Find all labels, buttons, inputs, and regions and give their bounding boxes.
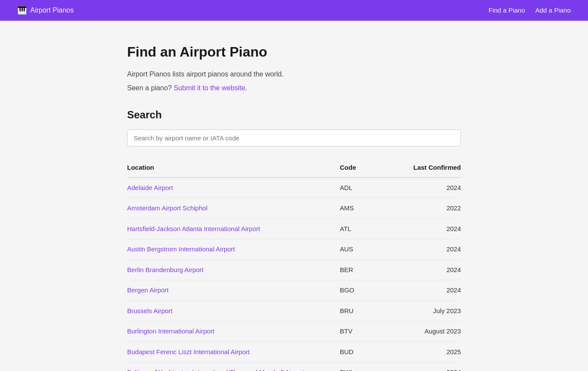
add-piano-link[interactable]: Add a Piano [535,6,571,16]
nav-brand[interactable]: 🎹 Airport Pianos [17,5,74,16]
cell-location: Budapest Ferenc Liszt International Airp… [127,342,340,362]
airport-link[interactable]: Berlin Brandenburg Airport [127,266,204,273]
airport-link[interactable]: Burlington International Airport [127,327,214,335]
cell-code: AUS [340,239,383,260]
airport-link[interactable]: Hartsfield-Jackson Atlanta International… [127,225,260,232]
cell-location: Adelaide Airport [127,178,340,198]
airport-table: Location Code Last Confirmed Adelaide Ai… [127,159,461,371]
nav-links: Find a Piano Add a Piano [489,6,571,16]
cell-code: BGO [340,280,383,301]
cell-confirmed: 2024 [383,362,461,371]
table-row: Berlin Brandenburg AirportBER2024 [127,260,461,280]
search-input[interactable] [127,130,461,146]
airport-link[interactable]: Amsterdam Airport Schiphol [127,204,208,212]
cell-location: Bergen Airport [127,280,340,301]
cell-code: AMS [340,198,383,219]
nav-brand-label: Airport Pianos [30,5,74,16]
col-header-code: Code [340,159,383,178]
cell-code: BTV [340,321,383,342]
cell-confirmed: 2024 [383,219,461,239]
table-header-row: Location Code Last Confirmed [127,159,461,178]
cell-location: Baltimore/Washington International Thurg… [127,362,340,371]
cell-location: Burlington International Airport [127,321,340,342]
col-header-confirmed: Last Confirmed [383,159,461,178]
table-row: Adelaide AirportADL2024 [127,178,461,198]
main-content: Find an Airport Piano Airport Pianos lis… [117,21,471,371]
submit-period: . [245,84,247,92]
cell-location: Hartsfield-Jackson Atlanta International… [127,219,340,239]
airport-link[interactable]: Baltimore/Washington International Thurg… [127,368,304,371]
find-piano-link[interactable]: Find a Piano [489,6,525,16]
submit-line: Seen a piano? Submit it to the website. [127,83,461,93]
airport-link[interactable]: Adelaide Airport [127,184,173,191]
cell-location: Austin Bergstrom International Airport [127,239,340,260]
cell-code: BER [340,260,383,280]
cell-location: Berlin Brandenburg Airport [127,260,340,280]
table-row: Austin Bergstrom International AirportAU… [127,239,461,260]
table-row: Budapest Ferenc Liszt International Airp… [127,342,461,362]
cell-confirmed: 2025 [383,342,461,362]
cell-location: Brussels Airport [127,301,340,321]
cell-confirmed: 2024 [383,239,461,260]
piano-icon: 🎹 [17,5,27,16]
cell-confirmed: 2022 [383,198,461,219]
table-row: Hartsfield-Jackson Atlanta International… [127,219,461,239]
cell-confirmed: 2024 [383,260,461,280]
table-row: Bergen AirportBGO2024 [127,280,461,301]
cell-confirmed: July 2023 [383,301,461,321]
cell-confirmed: 2024 [383,280,461,301]
col-header-location: Location [127,159,340,178]
search-heading: Search [127,107,461,123]
airport-link[interactable]: Austin Bergstrom International Airport [127,245,235,253]
cell-location: Amsterdam Airport Schiphol [127,198,340,219]
submit-link[interactable]: Submit it to the website [174,84,245,92]
table-row: Brussels AirportBRUJuly 2023 [127,301,461,321]
page-title: Find an Airport Piano [127,41,461,62]
navbar: 🎹 Airport Pianos Find a Piano Add a Pian… [0,0,588,21]
cell-code: ATL [340,219,383,239]
cell-code: BUD [340,342,383,362]
intro-text: Airport Pianos lists airport pianos arou… [127,69,461,79]
cell-code: BRU [340,301,383,321]
table-row: Burlington International AirportBTVAugus… [127,321,461,342]
cell-code: ADL [340,178,383,198]
table-row: Baltimore/Washington International Thurg… [127,362,461,371]
cell-code: BWI [340,362,383,371]
cell-confirmed: 2024 [383,178,461,198]
cell-confirmed: August 2023 [383,321,461,342]
seen-prefix: Seen a piano? [127,84,172,92]
airport-link[interactable]: Budapest Ferenc Liszt International Airp… [127,348,250,355]
airport-link[interactable]: Brussels Airport [127,307,173,314]
airport-link[interactable]: Bergen Airport [127,286,169,294]
table-row: Amsterdam Airport SchipholAMS2022 [127,198,461,219]
